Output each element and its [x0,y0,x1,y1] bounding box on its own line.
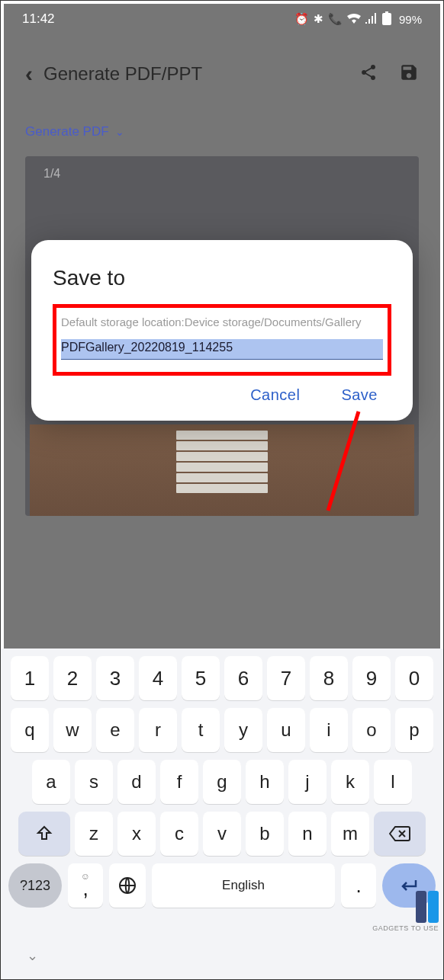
signal-icon [365,13,378,26]
key-j[interactable]: j [288,760,327,804]
key-e[interactable]: e [96,708,134,752]
generate-dropdown[interactable]: Generate PDF ⌄ [25,124,124,139]
key-v[interactable]: v [203,812,241,856]
page-title: Generate PDF/PPT [43,63,359,85]
keyboard-collapse-icon[interactable]: ⌄ [27,947,38,964]
space-key[interactable]: English [152,863,335,908]
status-bar: 11:42 ⏰ ✱ 📞 99% [4,4,440,34]
storage-location-label: Default storage location:Device storage/… [61,315,383,328]
key-c[interactable]: c [160,812,198,856]
key-1[interactable]: 1 [11,656,49,700]
key-l[interactable]: l [374,760,412,804]
key-6[interactable]: 6 [224,656,262,700]
comma-key[interactable]: ☺ , [68,863,103,908]
key-7[interactable]: 7 [267,656,305,700]
wifi-icon [347,13,361,26]
key-q[interactable]: q [11,708,49,752]
key-h[interactable]: h [246,760,284,804]
key-0[interactable]: 0 [395,656,433,700]
battery-percent: 99% [399,13,422,26]
key-u[interactable]: u [267,708,305,752]
key-i[interactable]: i [310,708,348,752]
status-time: 11:42 [22,11,294,27]
key-8[interactable]: 8 [310,656,348,700]
backspace-key[interactable] [374,812,426,856]
key-9[interactable]: 9 [352,656,391,700]
alarm-icon: ⏰ [294,12,309,26]
key-3[interactable]: 3 [96,656,134,700]
key-a[interactable]: a [32,760,70,804]
svg-rect-1 [385,11,388,13]
key-n[interactable]: n [288,812,327,856]
annotation-highlight: Default storage location:Device storage/… [53,304,391,376]
dropdown-label: Generate PDF [25,124,109,139]
key-z[interactable]: z [75,812,113,856]
key-s[interactable]: s [75,760,113,804]
key-f[interactable]: f [160,760,198,804]
language-key[interactable] [109,863,146,908]
key-b[interactable]: b [246,812,284,856]
filename-input[interactable] [61,339,383,360]
save-disk-icon[interactable] [399,62,419,85]
preview-image [30,424,414,516]
key-5[interactable]: 5 [182,656,220,700]
back-icon[interactable]: ‹ [25,61,33,87]
cancel-button[interactable]: Cancel [250,386,300,404]
key-t[interactable]: t [182,708,220,752]
phone-icon: 📞 [328,12,343,26]
period-key[interactable]: . [341,863,376,908]
save-button[interactable]: Save [341,386,378,404]
key-w[interactable]: w [53,708,92,752]
key-y[interactable]: y [224,708,262,752]
bluetooth-icon: ✱ [314,12,323,26]
key-x[interactable]: x [117,812,156,856]
symbols-key[interactable]: ?123 [8,863,62,908]
svg-rect-0 [382,13,391,25]
key-d[interactable]: d [117,760,156,804]
watermark: GADGETS TO USE [372,891,439,932]
app-header: ‹ Generate PDF/PPT [4,51,440,97]
share-icon[interactable] [359,63,378,85]
chevron-down-icon: ⌄ [115,126,124,138]
save-dialog: Save to Default storage location:Device … [31,240,413,421]
dialog-title: Save to [53,266,391,290]
shift-key[interactable] [18,812,70,856]
key-m[interactable]: m [331,812,369,856]
battery-icon [382,11,391,27]
key-k[interactable]: k [331,760,369,804]
page-indicator: 1/4 [43,167,60,181]
key-p[interactable]: p [395,708,433,752]
key-g[interactable]: g [203,760,241,804]
key-4[interactable]: 4 [139,656,177,700]
key-o[interactable]: o [352,708,391,752]
key-r[interactable]: r [139,708,177,752]
key-2[interactable]: 2 [53,656,92,700]
